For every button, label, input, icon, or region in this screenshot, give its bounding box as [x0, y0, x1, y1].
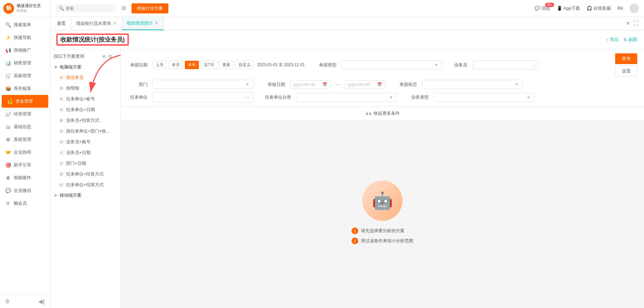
user-name[interactable]: Rit: [618, 6, 623, 11]
app-download-button[interactable]: 📱 App下载: [557, 5, 580, 11]
sidebar-item-guide[interactable]: 🎯 新手引导: [0, 159, 50, 171]
wechat-icon: 💬: [5, 188, 11, 194]
panel-add-icon[interactable]: ⊕: [102, 54, 106, 59]
status-select[interactable]: ▼: [422, 80, 523, 89]
message-button[interactable]: 💬 消息 99+: [535, 5, 550, 11]
sidebar-item-inventory[interactable]: 📦 库存核算: [0, 82, 50, 95]
tab-bank[interactable]: 现金银行流水查询 ✕: [71, 17, 122, 30]
scheme-icon-detail: ⊞: [59, 86, 64, 91]
collapse-icon[interactable]: ◀∥: [38, 298, 45, 305]
partner-select[interactable]: ···: [153, 92, 253, 102]
scheme-icon-salesman: ⊙: [59, 75, 64, 80]
query-button[interactable]: 查询: [615, 53, 637, 64]
search-input[interactable]: [66, 6, 113, 11]
scheme-icon-dd: ⊙: [59, 161, 64, 166]
service-button[interactable]: 🎧 在线客服: [587, 5, 611, 11]
logo-name: 畅捷通好生意: [17, 3, 41, 8]
scheme-item-salesman-settle[interactable]: ⊞ 业务员+结算方式: [50, 115, 120, 126]
date-btn-lastmonth[interactable]: 上月: [153, 61, 167, 69]
app-label: App下载: [564, 5, 580, 11]
sidebar-item-wechat[interactable]: 💬 企业微信: [0, 184, 50, 197]
sidebar-item-finance[interactable]: 💰 资金管理: [2, 95, 48, 108]
user-avatar[interactable]: [630, 4, 639, 13]
sidebar-item-system[interactable]: ⚙ 系统管理: [0, 133, 50, 146]
scheme-item-partner-dept[interactable]: ⊟ 按往来单位+部门+收...: [50, 126, 120, 137]
sidebar-item-member[interactable]: V 畅会员: [0, 197, 50, 210]
biz-type-select[interactable]: ▼: [434, 93, 534, 102]
date-btn-more[interactable]: 更多: [219, 61, 233, 69]
sidebar-item-cooperation[interactable]: 🤝 企业协同: [0, 146, 50, 159]
scheme-icon-pa: ⊟: [59, 96, 64, 102]
settings-icon[interactable]: ⚙: [5, 298, 10, 305]
search-box[interactable]: 🔍: [55, 4, 116, 12]
review-label: 审核日期: [265, 82, 285, 88]
scheme-group-desktop: ▼ 电脑端方案 ⊙ 按业务员 ⊞ 按明细 ⊟: [50, 62, 120, 190]
type-select[interactable]: ▼: [341, 60, 442, 69]
action-buttons: 查询 设置: [615, 53, 637, 76]
settings-gear-icon[interactable]: ⚙: [121, 5, 126, 12]
inventory-icon: 📦: [5, 86, 11, 92]
sidebar-item-operations[interactable]: 📈 经营管理: [0, 108, 50, 120]
member-icon: V: [5, 200, 11, 206]
tab-bank-close[interactable]: ✕: [113, 21, 116, 26]
sidebar-item-search[interactable]: 🔍 搜索菜单: [0, 18, 50, 31]
tab-collect-close[interactable]: ✕: [155, 21, 158, 25]
panel-collapse-icon[interactable]: «: [114, 54, 117, 59]
group-collapse-icon: ▼: [53, 193, 58, 198]
app-icon: 📱: [557, 6, 562, 11]
partner-dots[interactable]: ···: [245, 94, 250, 100]
sidebar-item-marketing[interactable]: 📢 营销推广: [0, 44, 50, 57]
date-btn-thisyear[interactable]: 本年: [185, 61, 199, 69]
panel-settings-icon[interactable]: ⚙: [108, 54, 112, 59]
dept-select[interactable]: ▼: [153, 80, 253, 89]
collapse-bar[interactable]: ∧∧ 收起更多条件: [121, 107, 644, 120]
sidebar-item-quicknav[interactable]: ⚡ 快捷导航: [0, 31, 50, 44]
refresh-label: 刷新: [629, 37, 637, 43]
scheme-item-partner-account[interactable]: ⊟ 往来单位+账号: [50, 94, 120, 104]
tab-close-all-icon[interactable]: ✕: [626, 20, 630, 27]
scheme-item-salesman[interactable]: ⊙ 按业务员: [50, 72, 120, 83]
date-btn-7days[interactable]: 近7天: [201, 61, 217, 69]
scheme-item-partner-settle2[interactable]: ⊟ 往来单位+结算方式: [50, 179, 120, 190]
scheme-item-salesman-date[interactable]: ⊙ 业务员+日期: [50, 147, 120, 158]
scheme-item-salesman-account[interactable]: ⊟ 业务员+账号: [50, 137, 120, 147]
scheme-icon-ps1: ⊞: [59, 171, 64, 177]
set-button[interactable]: 设置: [615, 66, 637, 76]
cooperation-icon: 🤝: [5, 149, 11, 155]
sidebar-item-basic[interactable]: 🗂 基础信息: [0, 120, 50, 133]
scheme-label-ps1: 往来单位+结算方式: [66, 171, 104, 177]
export-button[interactable]: ↑ 导出: [606, 37, 619, 43]
partner-type-select[interactable]: ▼: [296, 93, 397, 102]
placeholder-image: 🤖: [362, 181, 402, 221]
date-btn-thismonth[interactable]: 本月: [169, 61, 183, 69]
refresh-button[interactable]: ↻ 刷新: [624, 37, 637, 43]
sidebar-item-purchase[interactable]: 🛒 采购管理: [0, 69, 50, 82]
trial-button[interactable]: 体验行业方案: [131, 3, 168, 13]
partner-type-label: 往来单位分类: [265, 94, 291, 100]
date-label: 单据日期: [127, 62, 148, 68]
sidebar-item-sales[interactable]: 📊 销售管理: [0, 57, 50, 69]
left-panel: 按以下方案查询 ⊕ ⚙ «: [50, 49, 121, 308]
group-expand-icon: ▼: [54, 65, 58, 70]
panel-actions: ⊕ ⚙ «: [102, 54, 117, 59]
scheme-group-mobile-title[interactable]: ▼ 移动端方案: [50, 190, 120, 200]
tab-collect[interactable]: 收款情况统计 ✕: [122, 17, 164, 30]
tab-fullscreen-icon[interactable]: ⛶: [634, 20, 639, 27]
scheme-item-partner-date[interactable]: ⊟ 往来单位+日期: [50, 104, 120, 115]
calendar-to-icon[interactable]: 📅: [377, 82, 382, 87]
sidebar-label-hardware: 智能硬件: [14, 175, 31, 181]
calendar-from-icon[interactable]: 📅: [322, 82, 327, 87]
right-panel: 单据日期 上月 本月 本年 近7天 更多 自定义 2023-01-01 至 20…: [121, 49, 644, 308]
review-date-from[interactable]: yyyy-mm-dd 📅: [290, 80, 330, 89]
tab-home[interactable]: 首页: [52, 17, 71, 30]
scheme-group-desktop-title[interactable]: ▼ 电脑端方案: [50, 62, 120, 72]
scheme-item-detail[interactable]: ⊞ 按明细: [50, 83, 120, 94]
review-date-to[interactable]: yyyy-mm-dd 📅: [345, 80, 385, 89]
date-btn-custom[interactable]: 自定义: [235, 61, 254, 69]
salesman-dots[interactable]: ···: [532, 62, 536, 67]
salesman-select[interactable]: ···: [472, 60, 539, 69]
sidebar-item-hardware[interactable]: 🖥 智能硬件: [0, 171, 50, 184]
step-num-1: 1: [352, 227, 358, 234]
scheme-item-dept-date[interactable]: ⊙ 部门+日期: [50, 158, 120, 169]
scheme-item-partner-settle1[interactable]: ⊞ 往来单位+结算方式: [50, 169, 120, 179]
